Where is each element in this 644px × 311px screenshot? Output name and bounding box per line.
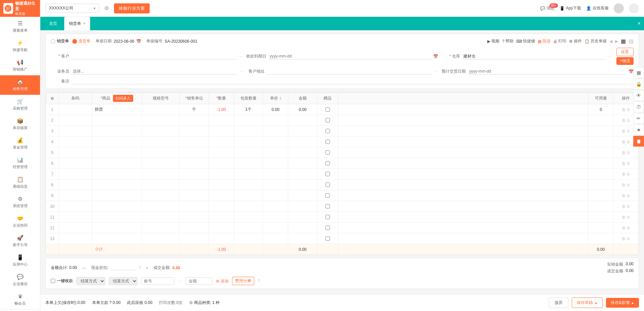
- rt-item-grid[interactable]: ▦: [633, 67, 644, 78]
- topbar-gear-icon[interactable]: ⚙: [104, 5, 109, 11]
- row-product-2[interactable]: [92, 115, 142, 126]
- row-unit-8[interactable]: [180, 180, 209, 190]
- row-barcode-6[interactable]: [59, 158, 92, 169]
- row-qty-4[interactable]: [209, 137, 234, 147]
- print-link[interactable]: 🖨 打印: [553, 38, 566, 44]
- settings-btn[interactable]: 设置: [616, 48, 634, 56]
- row-qty-3[interactable]: [209, 126, 234, 137]
- row-amount-13[interactable]: [288, 233, 317, 244]
- row-gift-12[interactable]: [317, 223, 338, 233]
- row-pkgqty-9[interactable]: [234, 190, 263, 201]
- user-avatar2[interactable]: [629, 3, 639, 13]
- one-click-pay-input[interactable]: [51, 279, 55, 283]
- delete-icon-2[interactable]: 🗑: [622, 118, 626, 123]
- delete-icon-9[interactable]: 🗑: [622, 193, 626, 198]
- gift-checkbox-1[interactable]: [326, 107, 330, 112]
- row-spec-4[interactable]: [142, 137, 180, 147]
- filter-link[interactable]: ▦ 筛选: [538, 38, 551, 44]
- row-barcode-8[interactable]: [59, 180, 92, 190]
- row-unit-4[interactable]: [180, 137, 209, 147]
- row-product-8[interactable]: [92, 180, 142, 190]
- row-price-9[interactable]: [263, 190, 288, 201]
- row-product-10[interactable]: [92, 201, 142, 212]
- row-unit-5[interactable]: [180, 147, 209, 158]
- row-gift-4[interactable]: [317, 137, 338, 147]
- tab-sales-order[interactable]: 销货单 ×: [64, 17, 90, 30]
- row-gift-6[interactable]: [317, 158, 338, 169]
- sidebar-item-operations[interactable]: 📊 经营管理: [0, 153, 40, 173]
- app-download-btn[interactable]: 📱 App下载: [560, 5, 581, 11]
- row-price-12[interactable]: [263, 223, 288, 233]
- row-spec-2[interactable]: [142, 115, 180, 126]
- row-barcode-11[interactable]: [59, 212, 92, 223]
- one-click-pay-checkbox[interactable]: 一键收款: [51, 278, 73, 284]
- row-barcode-4[interactable]: [59, 137, 92, 147]
- rt-item-orange[interactable]: 📋: [633, 136, 644, 147]
- nav-prev-icon[interactable]: ◀: [609, 39, 612, 44]
- customer-input[interactable]: [71, 53, 236, 60]
- row-amount-3[interactable]: [288, 126, 317, 137]
- copy-icon-1[interactable]: ⧉: [627, 107, 630, 112]
- salesperson-input[interactable]: [71, 68, 236, 75]
- row-amount-4[interactable]: [288, 137, 317, 147]
- delete-icon-1[interactable]: 🗑: [622, 107, 626, 112]
- delete-icon-6[interactable]: 🗑: [622, 161, 626, 166]
- row-qty-1[interactable]: -1.00: [209, 104, 234, 115]
- date-calendar-icon[interactable]: 📅: [136, 39, 141, 44]
- scan-btn[interactable]: 扫码录入: [113, 95, 133, 102]
- gift-checkbox-7[interactable]: [326, 172, 330, 176]
- row-barcode-9[interactable]: [59, 190, 92, 201]
- sidebar-item-marketing[interactable]: 📢 营销推广: [0, 56, 40, 75]
- delete-icon-8[interactable]: 🗑: [622, 183, 626, 187]
- gift-checkbox-5[interactable]: [326, 150, 330, 155]
- copy-icon-9[interactable]: ⧉: [627, 193, 630, 198]
- tabbar-close-all-icon[interactable]: ×: [638, 21, 641, 27]
- delete-icon-5[interactable]: 🗑: [622, 150, 626, 155]
- row-product-3[interactable]: [92, 126, 142, 137]
- row-pkgqty-1[interactable]: 1个: [234, 104, 263, 115]
- sidebar-item-wechat[interactable]: 💬 企业微信: [0, 270, 40, 290]
- row-price-8[interactable]: [263, 180, 288, 190]
- delete-icon-3[interactable]: 🗑: [622, 129, 626, 133]
- online-service-btn[interactable]: 👤 在线客服: [586, 5, 609, 11]
- gift-checkbox-10[interactable]: [326, 204, 330, 208]
- delete-icon-4[interactable]: 🗑: [622, 140, 626, 144]
- delete-icon-12[interactable]: 🗑: [622, 226, 626, 230]
- user-avatar[interactable]: [614, 3, 624, 13]
- pay-amount-input[interactable]: [186, 277, 213, 285]
- copy-icon-13[interactable]: ⧉: [627, 236, 630, 241]
- due-date-input[interactable]: [268, 53, 431, 60]
- row-qty-2[interactable]: [209, 115, 234, 126]
- pay-method-select[interactable]: 结算方式: [76, 277, 105, 285]
- customer-addr-input[interactable]: [267, 68, 432, 75]
- row-unit-10[interactable]: [180, 201, 209, 212]
- copy-icon-7[interactable]: ⧉: [627, 172, 630, 177]
- warehouse-more-icon[interactable]: ···: [608, 54, 611, 59]
- logistics-btn[interactable]: +物流: [616, 57, 634, 65]
- copy-icon-5[interactable]: ⧉: [627, 150, 630, 155]
- detail-view-icon[interactable]: ▤: [629, 38, 634, 44]
- row-spec-11[interactable]: [142, 212, 180, 223]
- row-qty-7[interactable]: [209, 169, 234, 180]
- row-gift-2[interactable]: [317, 115, 338, 126]
- rt-item-star[interactable]: ★: [633, 124, 644, 135]
- row-price-5[interactable]: [263, 147, 288, 158]
- sidebar-item-vip[interactable]: ♛ 畅会员: [0, 290, 40, 309]
- row-price-3[interactable]: [263, 126, 288, 137]
- row-barcode-13[interactable]: [59, 233, 92, 244]
- history-link[interactable]: 📋 历史单据: [584, 38, 607, 44]
- price-info-icon[interactable]: ℹ: [280, 96, 281, 100]
- radio-return[interactable]: 退货单: [72, 38, 90, 44]
- row-unit-6[interactable]: [180, 158, 209, 169]
- sidebar-item-cooperation[interactable]: 🤝 企业协同: [0, 212, 40, 231]
- expected-date-input[interactable]: [468, 68, 627, 75]
- copy-icon-12[interactable]: ⧉: [627, 226, 630, 230]
- gift-checkbox-4[interactable]: [326, 140, 330, 144]
- account-more-icon[interactable]: ···: [179, 279, 182, 283]
- row-barcode-12[interactable]: [59, 223, 92, 233]
- row-gift-3[interactable]: [317, 126, 338, 137]
- row-unit-13[interactable]: [180, 233, 209, 244]
- row-pkgqty-7[interactable]: [234, 169, 263, 180]
- row-barcode-5[interactable]: [59, 147, 92, 158]
- row-spec-3[interactable]: [142, 126, 180, 137]
